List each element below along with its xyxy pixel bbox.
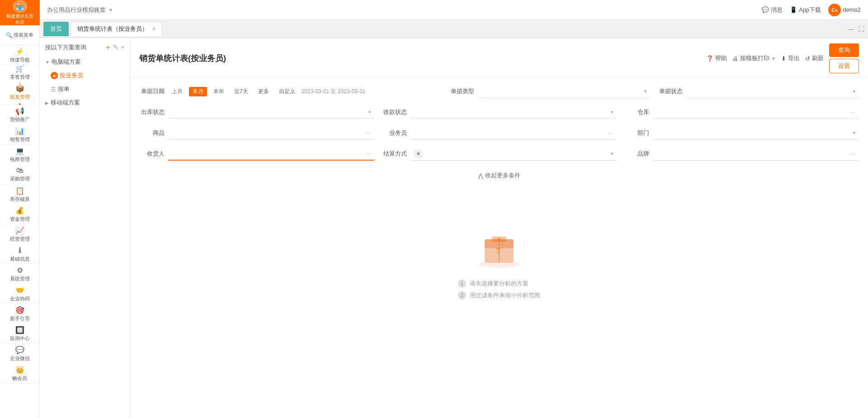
- logo-text: 畅捷通好生意: [6, 14, 33, 19]
- doc-type-label: 单据类型: [449, 87, 474, 95]
- dept-select[interactable]: ▾: [653, 126, 859, 140]
- sidebar-item-finance[interactable]: 💰 资金管理: [0, 204, 40, 224]
- tree-item-salesman[interactable]: ● 按业务员: [40, 69, 130, 82]
- date-btn-more[interactable]: 更多: [255, 87, 273, 96]
- sidebar-item-newbie[interactable]: 🎯 新手引导: [0, 304, 40, 324]
- receiver-dots-icon[interactable]: ···: [365, 150, 371, 157]
- template-print-action[interactable]: 🖨 按模板打印 ▼: [732, 54, 776, 62]
- collapse-panel-button[interactable]: «: [121, 43, 124, 52]
- payment-select[interactable]: × ▾: [410, 147, 617, 161]
- sidebar-logo[interactable]: 🏪 畅捷通好生意 标版: [0, 0, 40, 25]
- sidebar-item-wholesale[interactable]: 📦 批发管理 ▲: [0, 85, 40, 105]
- sidebar-item-ecommerce[interactable]: 💻 电商管理: [0, 145, 40, 165]
- sidebar-item-corp-collab[interactable]: 🤝 企业协同: [0, 284, 40, 304]
- payment-tag[interactable]: ×: [414, 150, 423, 158]
- receiver-text-input[interactable]: [172, 150, 365, 157]
- sidebar-item-system[interactable]: ⚙ 系统管理: [0, 264, 40, 284]
- date-range-display: 2023-03-01 至 2023-03-31: [302, 88, 365, 95]
- query-button[interactable]: 查询: [829, 43, 859, 57]
- tab-home[interactable]: 首页: [43, 22, 69, 36]
- tree-mobile-section[interactable]: ▶ 移动端方案: [40, 96, 130, 109]
- order-scheme-label: 按单: [58, 85, 70, 93]
- filter-row-3: 商品 ··· 业务员 ··· 部门: [139, 126, 859, 140]
- minimize-icon[interactable]: —: [848, 25, 854, 33]
- receiver-input[interactable]: ···: [168, 147, 374, 161]
- setting-button[interactable]: 设置: [829, 59, 859, 73]
- sidebar-item-member[interactable]: 👑 畅会员: [0, 364, 40, 384]
- filter-salesman: 业务员 ···: [382, 126, 617, 140]
- basic-info-icon: ℹ: [19, 246, 21, 255]
- sidebar-item-corp-wechat[interactable]: 💬 企业微信: [0, 344, 40, 364]
- left-panel-header: 按以下方案查询 + ✎ «: [40, 43, 130, 55]
- dept-chevron-icon: ▾: [853, 130, 855, 135]
- tree-item-by-order[interactable]: ☰ 按单: [40, 82, 130, 96]
- date-btn-custom[interactable]: 自定义: [275, 87, 299, 96]
- edit-scheme-button[interactable]: ✎: [113, 43, 118, 52]
- doc-type-select[interactable]: ▾: [478, 85, 651, 98]
- search-label: 搜索菜单: [14, 32, 33, 38]
- sidebar-item-basic-info[interactable]: ℹ 基础信息: [0, 244, 40, 264]
- tree-desktop-section[interactable]: ▼ 电脑端方案: [40, 55, 130, 69]
- hint-text-2: 用过滤条件来缩小分析范围: [470, 291, 540, 299]
- help-action[interactable]: ❓ 帮助: [706, 54, 727, 62]
- tabbar: 首页 销货单统计表（按业务员） × — ⛶: [40, 20, 868, 38]
- message-label: 消息: [771, 6, 783, 14]
- salesman-dots-icon[interactable]: ···: [608, 129, 613, 137]
- goods-select[interactable]: ···: [168, 126, 374, 140]
- workspace-dropdown[interactable]: ▾: [109, 7, 112, 13]
- brand-dots-icon[interactable]: ···: [850, 150, 855, 157]
- user-avatar: Ea: [828, 4, 841, 16]
- wholesale-label: 批发管理: [10, 94, 30, 100]
- date-btn-last-month[interactable]: 上月: [168, 87, 186, 96]
- sidebar-item-management[interactable]: 📈 经营管理: [0, 224, 40, 244]
- filter-brand: 品牌 ···: [624, 147, 859, 161]
- print-icon: 🖨: [732, 55, 738, 62]
- brand-select[interactable]: ···: [653, 147, 859, 161]
- add-scheme-button[interactable]: +: [106, 43, 110, 52]
- export-action[interactable]: ⬇ 导出: [781, 54, 800, 62]
- warehouse-dots-icon[interactable]: ···: [850, 109, 855, 116]
- user-menu[interactable]: Ea demo2: [828, 4, 861, 16]
- window-controls: — ⛶: [848, 25, 864, 33]
- quick-nav-icon: ⚡: [15, 47, 24, 56]
- sales-label: 销售管理: [10, 136, 30, 143]
- template-print-arrow[interactable]: ▼: [771, 56, 776, 61]
- out-status-select[interactable]: ▾: [168, 105, 374, 119]
- sales-icon: 📊: [15, 127, 24, 135]
- sidebar-item-marketing[interactable]: 📢 营销推广: [0, 105, 40, 125]
- sidebar-search[interactable]: 🔍 搜索菜单: [0, 25, 40, 45]
- salesman-select[interactable]: ···: [410, 126, 617, 140]
- management-icon: 📈: [15, 226, 24, 235]
- goods-dots-icon[interactable]: ···: [365, 129, 371, 137]
- refresh-action[interactable]: ↺ 刷新: [805, 54, 824, 62]
- date-btn-7days[interactable]: 近7天: [231, 87, 252, 96]
- app-download-button[interactable]: 📱 App下载: [790, 6, 821, 14]
- message-button[interactable]: 💬 消息: [762, 6, 783, 14]
- collapse-more-button[interactable]: ⋀ 收起更多条件: [478, 171, 520, 180]
- filter-doc-type: 单据类型 ▾: [449, 85, 651, 98]
- marketing-icon: 📢: [15, 107, 24, 115]
- inventory-label: 库存核算: [10, 196, 30, 203]
- date-btn-this-month[interactable]: 本月: [189, 87, 207, 96]
- filter-doc-status: 单据状态 ▾: [657, 85, 859, 98]
- empty-hint-2: 2 用过滤条件来缩小分析范围: [458, 291, 540, 299]
- filter-out-status: 出库状态 ▾: [139, 105, 374, 119]
- template-print-label: 按模板打印: [740, 54, 769, 62]
- sidebar-item-quick-nav[interactable]: ⚡ 快捷导航: [0, 45, 40, 65]
- sidebar-item-inventory[interactable]: 📋 库存核算: [0, 185, 40, 204]
- salesman-badge: ●: [51, 72, 58, 79]
- sidebar-item-purchase[interactable]: 🛍 采购管理: [0, 165, 40, 185]
- sidebar-item-app-center[interactable]: 🔲 应用中心: [0, 324, 40, 344]
- date-btn-this-year[interactable]: 本年: [210, 87, 228, 96]
- logo-icon: 🏪: [13, 0, 27, 13]
- sidebar-item-sales[interactable]: 📊 销售管理: [0, 125, 40, 145]
- tab-report[interactable]: 销货单统计表（按业务员） ×: [71, 22, 162, 36]
- collect-status-select[interactable]: ▾: [410, 105, 617, 119]
- doc-status-select[interactable]: ▾: [686, 85, 859, 98]
- tab-close-icon[interactable]: ×: [152, 26, 156, 32]
- tab-report-label: 销货单统计表（按业务员）: [77, 25, 148, 33]
- sidebar-item-retail[interactable]: 🛒 零售管理 ▼: [0, 65, 40, 85]
- sidebar: 🏪 畅捷通好生意 标版 🔍 搜索菜单 ⚡ 快捷导航 🛒 零售管理 ▼ 📦 批发管…: [0, 0, 40, 418]
- maximize-icon[interactable]: ⛶: [858, 25, 864, 33]
- warehouse-select[interactable]: ···: [653, 105, 859, 119]
